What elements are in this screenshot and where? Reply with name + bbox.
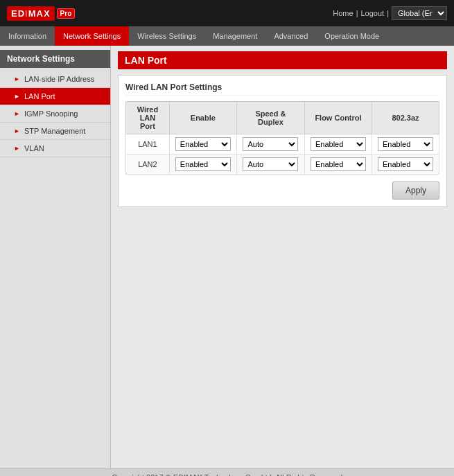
arrow-icon: ► (14, 145, 20, 152)
lan1-enable-select[interactable]: Enabled Disabled (175, 137, 231, 151)
lan1-enable-cell: Enabled Disabled (169, 134, 236, 155)
sidebar-item-igmp-snooping[interactable]: ► IGMP Snooping (0, 105, 110, 123)
col-header-speed: Speed & Duplex (236, 102, 304, 134)
logo-pro: Pro (57, 8, 76, 19)
arrow-icon: ► (14, 110, 20, 117)
nav-item-advanced[interactable]: Advanced (265, 26, 316, 46)
arrow-icon: ► (14, 127, 20, 134)
lan1-speed-select[interactable]: Auto 10 Mbps HD 10 Mbps FD 100 Mbps HD 1… (243, 137, 298, 151)
header: EDIMAX Pro Home | Logout | Global (Engli… (0, 0, 454, 26)
lan1-flow-select[interactable]: Enabled Disabled (311, 137, 366, 151)
sidebar: Network Settings ► LAN-side IP Address ►… (0, 46, 111, 468)
arrow-icon: ► (14, 76, 20, 82)
lan2-enable-cell: Enabled Disabled (169, 155, 236, 175)
apply-button[interactable]: Apply (392, 182, 439, 200)
lan2-flow-select[interactable]: Enabled Disabled (311, 157, 366, 171)
main-nav: Information Network Settings Wireless Se… (0, 26, 454, 46)
lan2-speed-cell: Auto 10 Mbps HD 10 Mbps FD 100 Mbps HD 1… (236, 155, 304, 175)
logo: EDIMAX Pro (7, 6, 75, 21)
lan2-enable-select[interactable]: Enabled Disabled (175, 157, 231, 171)
lan1-flow-cell: Enabled Disabled (304, 134, 372, 155)
lan-port-table: Wired LAN Port Enable Speed & Duplex Flo… (125, 101, 439, 175)
arrow-icon: ► (14, 93, 20, 100)
lan2-flow-cell: Enabled Disabled (304, 155, 372, 175)
col-header-flow: Flow Control (304, 102, 372, 134)
logo-text: EDIMAX (7, 6, 55, 21)
footer-text: Copyright 2017 © EDIMAX Technology Co., … (112, 473, 342, 476)
nav-item-wireless-settings[interactable]: Wireless Settings (129, 26, 204, 46)
main-layout: Network Settings ► LAN-side IP Address ►… (0, 46, 454, 468)
lan2-port-label: LAN2 (126, 155, 170, 175)
page-title: LAN Port (118, 51, 447, 69)
lan2-az-cell: Enabled Disabled (372, 155, 439, 175)
sidebar-item-stp-management[interactable]: ► STP Management (0, 123, 110, 140)
table-row: LAN1 Enabled Disabled Auto 10 Mbps HD (126, 134, 439, 155)
content-area: LAN Port Wired LAN Port Settings Wired L… (111, 46, 454, 468)
nav-item-information[interactable]: Information (0, 26, 55, 46)
lan1-speed-cell: Auto 10 Mbps HD 10 Mbps FD 100 Mbps HD 1… (236, 134, 304, 155)
nav-item-network-settings[interactable]: Network Settings (55, 26, 129, 46)
nav-item-operation-mode[interactable]: Operation Mode (316, 26, 387, 46)
lan1-az-select[interactable]: Enabled Disabled (378, 137, 433, 151)
wired-lan-section: Wired LAN Port Settings Wired LAN Port E… (118, 75, 447, 207)
logout-link[interactable]: Logout (360, 9, 384, 17)
language-select[interactable]: Global (English) Chinese (Traditional) C… (392, 6, 447, 20)
sidebar-item-vlan[interactable]: ► VLAN (0, 140, 110, 157)
lan1-port-label: LAN1 (126, 134, 170, 155)
footer: Copyright 2017 © EDIMAX Technology Co., … (0, 468, 454, 476)
col-header-enable: Enable (169, 102, 236, 134)
home-link[interactable]: Home (333, 9, 353, 17)
lan2-speed-select[interactable]: Auto 10 Mbps HD 10 Mbps FD 100 Mbps HD 1… (243, 157, 298, 171)
lan1-az-cell: Enabled Disabled (372, 134, 439, 155)
table-row: LAN2 Enabled Disabled Auto 10 Mbps HD (126, 155, 439, 175)
section-title: Wired LAN Port Settings (125, 82, 439, 96)
col-header-az: 802.3az (372, 102, 439, 134)
sidebar-item-lan-side-ip[interactable]: ► LAN-side IP Address (0, 71, 110, 88)
sidebar-item-lan-port[interactable]: ► LAN Port (0, 88, 110, 105)
col-header-port: Wired LAN Port (126, 102, 170, 134)
lan2-az-select[interactable]: Enabled Disabled (378, 157, 433, 171)
sidebar-title: Network Settings (0, 50, 110, 68)
nav-item-management[interactable]: Management (204, 26, 265, 46)
header-links: Home | Logout | Global (English) Chinese… (333, 6, 447, 20)
